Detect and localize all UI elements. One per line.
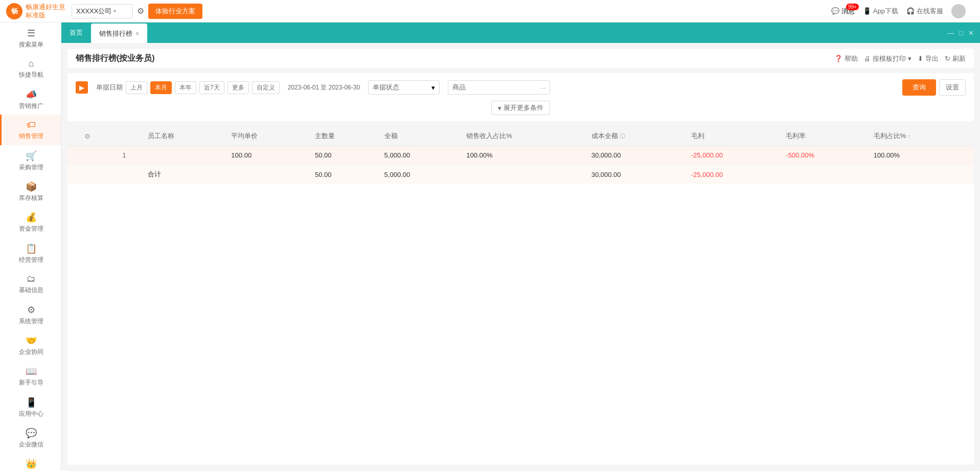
footer-settings (67, 165, 107, 185)
row-amount: 5,000.00 (378, 146, 461, 165)
company-selector[interactable]: XXXXX公司 ▾ (72, 4, 133, 18)
page-header: 销售排行榜(按业务员) ❓ 帮助 🖨 按模板打印 ▾ ⬇ 导出 (67, 49, 974, 68)
sidebar-label: 企业协同 (19, 348, 43, 355)
sidebar-label: 应用中心 (19, 410, 43, 417)
sidebar-label: 搜索菜单 (19, 41, 43, 48)
date-filter-label: 单据日期 (96, 83, 123, 92)
expand-more-button[interactable]: ▾ 展开更多条件 (491, 101, 550, 115)
sidebar-item-sales[interactable]: 🏷 销售管理 (0, 115, 61, 145)
date-btn-this-year[interactable]: 本年 (175, 81, 196, 94)
query-button[interactable]: 查询 (902, 79, 936, 96)
avatar[interactable] (951, 4, 966, 18)
page-title: 销售排行榜(按业务员) (76, 53, 155, 64)
sidebar-item-operations[interactable]: 📋 经营管理 (0, 238, 61, 268)
sidebar-item-wechat[interactable]: 💬 企业微信 (0, 422, 61, 453)
col-gross-profit: 毛利 (685, 126, 780, 146)
col-avg-price: 平均单价 (225, 126, 309, 146)
table-footer-row: 合计 50.00 5,000.00 30,000.00 -25,000.00 (67, 165, 974, 185)
gross-pct-info-icon[interactable]: ↑ (908, 133, 911, 139)
footer-sales-pct (460, 165, 585, 185)
basic-info-icon: 🗂 (27, 274, 36, 284)
sales-icon: 🏷 (27, 120, 36, 130)
sidebar-label: 资金管理 (19, 225, 43, 232)
sidebar-item-app-center[interactable]: 📱 应用中心 (0, 392, 61, 422)
sidebar-label: 基础信息 (19, 286, 43, 294)
footer-gross-profit: -25,000.00 (685, 165, 780, 185)
status-filter[interactable]: 单据状态 ▾ (368, 80, 440, 95)
row-employee (142, 146, 225, 165)
operations-icon: 📋 (26, 243, 37, 254)
filter-toggle-button[interactable]: ▶ (76, 81, 88, 94)
app-download[interactable]: 📱 App下载 (863, 7, 898, 16)
main-layout: ☰ 搜索菜单 ⌂ 快捷导航 📣 营销推广 🏷 销售管理 🛒 采购管理 📦 库存核… (0, 23, 980, 471)
sidebar-item-marketing[interactable]: 📣 营销推广 (0, 84, 61, 115)
row-sales-pct: 100.00% (460, 146, 585, 165)
refresh-button[interactable]: ↻ 刷新 (945, 54, 966, 63)
tab-home[interactable]: 首页 (61, 23, 91, 43)
inventory-icon: 📦 (26, 181, 37, 192)
tab-bar: 首页 销售排行榜 × — □ ✕ (61, 23, 980, 43)
date-btn-this-month[interactable]: 本月 (150, 81, 172, 94)
footer-avg-price (225, 165, 309, 185)
sidebar-item-basic-info[interactable]: 🗂 基础信息 (0, 268, 61, 299)
marketing-icon: 📣 (26, 89, 37, 100)
goods-filter[interactable]: 商品 ··· (448, 80, 550, 95)
sidebar-item-member[interactable]: 👑 畅会员 (0, 453, 61, 471)
sidebar-item-purchase[interactable]: 🛒 采购管理 (0, 145, 61, 176)
message-area[interactable]: 💬 消息 99+ (831, 7, 855, 16)
col-employee: 员工名称 (142, 126, 225, 146)
system-icon: ⚙ (27, 304, 35, 316)
expand-chevron-icon: ▾ (498, 104, 502, 112)
tab-sales-ranking[interactable]: 销售排行榜 × (91, 24, 147, 44)
logo-icon: 畅 (6, 3, 22, 19)
sidebar-item-guide[interactable]: 📖 新手引导 (0, 361, 61, 391)
tab-close-icon[interactable]: × (135, 30, 139, 37)
headset-icon: 🎧 (906, 7, 915, 15)
message-badge: 99+ (846, 4, 859, 10)
message-icon: 💬 (831, 7, 839, 15)
guide-icon: 📖 (26, 366, 37, 377)
settings-button[interactable]: 设置 (939, 79, 966, 96)
sidebar-item-enterprise-coop[interactable]: 🤝 企业协同 (0, 330, 61, 361)
purchase-icon: 🛒 (26, 150, 37, 162)
export-button[interactable]: ⬇ 导出 (918, 54, 939, 63)
date-range-text: 2023-06-01 至 2023-06-30 (288, 83, 360, 92)
app-center-icon: 📱 (26, 397, 37, 408)
filter-buttons: 查询 设置 (902, 79, 966, 96)
search-menu-icon: ☰ (27, 28, 35, 39)
sidebar-item-search[interactable]: ☰ 搜索菜单 (0, 23, 61, 53)
sidebar-item-system[interactable]: ⚙ 系统管理 (0, 299, 61, 330)
top-bar: 畅 畅康通好生意 标准版 XXXXX公司 ▾ ⚙ 体验行业方案 💬 消息 99+… (0, 0, 980, 23)
cost-info-icon[interactable]: ⓘ (620, 133, 625, 139)
sales-ranking-table: ⚙ 员工名称 平均单价 主数量 全额 销售收入占比% 成本全额 ⓘ 毛利 毛利率 (67, 126, 974, 184)
sidebar-item-inventory[interactable]: 📦 库存核算 (0, 176, 61, 207)
refresh-icon: ↻ (945, 55, 950, 62)
table-row: 1 100.00 50.00 5,000.00 100.00% 30,000.0… (67, 146, 974, 165)
sidebar-item-finance[interactable]: 💰 资金管理 (0, 207, 61, 237)
minimize-icon[interactable]: — (947, 29, 954, 37)
close-window-icon[interactable]: ✕ (968, 29, 974, 37)
col-settings[interactable]: ⚙ (67, 126, 107, 146)
sidebar-label: 销售管理 (19, 132, 43, 140)
row-avg-price: 100.00 (225, 146, 309, 165)
trial-button[interactable]: 体验行业方案 (148, 4, 202, 19)
date-btn-custom[interactable]: 自定义 (252, 81, 280, 94)
help-icon: ❓ (834, 55, 842, 62)
filter-area: ▶ 单据日期 上月 本月 本年 近7天 更多 自定义 2023-06-01 至 … (67, 73, 974, 121)
maximize-icon[interactable]: □ (959, 29, 963, 37)
print-button[interactable]: 🖨 按模板打印 ▾ (864, 54, 911, 63)
row-settings (67, 146, 107, 165)
help-button[interactable]: ❓ 帮助 (834, 54, 858, 63)
company-name: XXXXX公司 (76, 7, 111, 16)
table-header-row: ⚙ 员工名称 平均单价 主数量 全额 销售收入占比% 成本全额 ⓘ 毛利 毛利率 (67, 126, 974, 146)
sidebar-item-quick-nav[interactable]: ⌂ 快捷导航 (0, 53, 61, 83)
goods-more-icon[interactable]: ··· (540, 84, 545, 92)
date-btn-more[interactable]: 更多 (227, 81, 249, 94)
export-icon: ⬇ (918, 55, 923, 62)
date-range-display: 2023-06-01 至 2023-06-30 (288, 83, 360, 92)
online-support[interactable]: 🎧 在线客服 (906, 7, 943, 16)
chevron-down-icon: ▾ (113, 8, 116, 14)
company-settings-icon[interactable]: ⚙ (137, 6, 144, 16)
date-btn-7days[interactable]: 近7天 (199, 81, 224, 94)
date-btn-last-month[interactable]: 上月 (126, 81, 147, 94)
